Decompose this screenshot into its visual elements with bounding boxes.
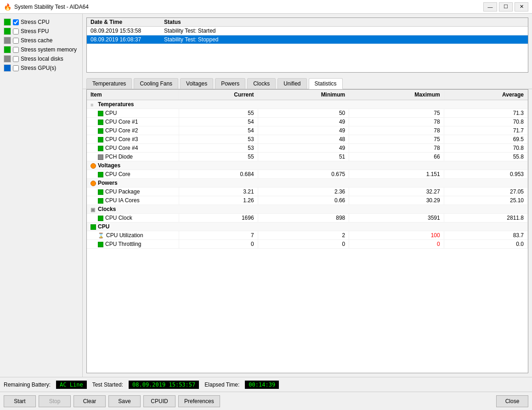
log-datetime-0: 08.09.2019 15:53:58 [91, 28, 164, 34]
stress-item-stress-fpu: Stress FPU [2, 27, 80, 36]
checkbox-stress-cache[interactable] [13, 38, 19, 44]
tab-unified[interactable]: Unified [277, 78, 306, 89]
data-row-cpu-1: CPU Throttling0000.0 [87, 240, 528, 249]
cell-maximum-clocks-0: 3591 [349, 214, 444, 222]
tab-cooling-fans[interactable]: Cooling Fans [134, 78, 178, 89]
data-row-temperatures-3: CPU Core #353487569.5 [87, 135, 528, 144]
stress-item-stress-disks: Stress local disks [2, 54, 80, 63]
battery-label: Remaining Battery: [4, 382, 51, 388]
col-minimum: Minimum [258, 90, 349, 100]
clock-icon: ▣ [91, 207, 96, 212]
green-box-icon [98, 120, 103, 125]
cell-maximum-temperatures-5: 66 [349, 153, 444, 161]
cell-maximum-temperatures-4: 78 [349, 144, 444, 153]
cell-current-cpu-0: 7 [179, 231, 258, 240]
cell-current-temperatures-3: 53 [179, 135, 258, 144]
label-stress-cache: Stress cache [21, 37, 52, 44]
tab-clocks[interactable]: Clocks [247, 78, 276, 89]
log-status-0: Stability Test: Started [164, 28, 524, 34]
start-button[interactable]: Start [4, 395, 36, 407]
cell-maximum-temperatures-0: 75 [349, 109, 444, 118]
stop-button[interactable]: Stop [39, 395, 71, 407]
stress-icon-stress-cpu [4, 18, 11, 26]
checkbox-stress-memory[interactable] [13, 47, 19, 53]
log-row-1[interactable]: 08.09.2019 16:08:37Stability Test: Stopp… [87, 35, 528, 44]
close-button[interactable]: Close [496, 395, 528, 407]
checkbox-stress-disks[interactable] [13, 56, 19, 62]
maximize-button[interactable]: ☐ [499, 2, 513, 11]
cpuid-button[interactable]: CPUID [143, 395, 175, 407]
stress-icon-stress-fpu [4, 28, 11, 35]
cell-current-clocks-0: 1696 [179, 214, 258, 222]
title-bar: 🔥 System Stability Test - AIDA64 — ☐ ✕ [0, 0, 532, 14]
log-header-datetime: Date & Time [91, 19, 164, 25]
cell-current-powers-1: 1.26 [179, 196, 258, 205]
statistics-table-area: Item Current Minimum Maximum Average ≡Te… [86, 89, 528, 373]
green-box-icon [98, 189, 103, 195]
minimize-button[interactable]: — [483, 2, 497, 11]
section-row-temperatures: ≡Temperatures [87, 100, 528, 109]
right-panel: Date & Time Status 08.09.2019 15:53:58St… [83, 14, 532, 377]
orange-circle-icon [91, 181, 96, 186]
cell-item-temperatures-5: PCH Diode [87, 153, 179, 161]
cell-current-temperatures-2: 54 [179, 126, 258, 135]
cell-minimum-temperatures-1: 49 [258, 118, 349, 126]
section-row-powers: Powers [87, 179, 528, 188]
green-box-icon [98, 242, 103, 247]
cell-average-temperatures-5: 55.8 [444, 153, 527, 161]
section-label-voltages: Voltages [87, 161, 528, 170]
test-started-value: 08.09.2019 15:53:57 [129, 381, 199, 389]
cell-average-cpu-1: 0.0 [444, 240, 527, 249]
cell-current-cpu-1: 0 [179, 240, 258, 249]
cell-item-temperatures-4: CPU Core #4 [87, 144, 179, 153]
data-row-temperatures-4: CPU Core #453497870.8 [87, 144, 528, 153]
log-datetime-1: 08.09.2019 16:08:37 [91, 36, 164, 43]
cell-minimum-powers-1: 0.66 [258, 196, 349, 205]
tab-voltages[interactable]: Voltages [180, 78, 213, 89]
cell-current-powers-0: 3.21 [179, 188, 258, 196]
green-box-icon [98, 137, 103, 142]
green-box-icon [98, 146, 103, 151]
cell-minimum-temperatures-3: 48 [258, 135, 349, 144]
cell-current-temperatures-5: 55 [179, 153, 258, 161]
log-area: Date & Time Status 08.09.2019 15:53:58St… [86, 17, 528, 73]
green-box-icon [98, 111, 103, 116]
cell-average-powers-0: 27.05 [444, 188, 527, 196]
cell-maximum-temperatures-1: 78 [349, 118, 444, 126]
tab-statistics[interactable]: Statistics [309, 78, 343, 89]
tab-powers[interactable]: Powers [215, 78, 245, 89]
cell-minimum-temperatures-0: 50 [258, 109, 349, 118]
stress-item-stress-gpu: Stress GPU(s) [2, 63, 80, 73]
data-row-temperatures-5: PCH Diode55516655.8 [87, 153, 528, 161]
green-box-icon [98, 172, 103, 177]
tab-temperatures[interactable]: Temperatures [86, 78, 132, 89]
label-stress-gpu: Stress GPU(s) [21, 65, 56, 71]
col-average: Average [444, 90, 527, 100]
data-row-temperatures-2: CPU Core #254497871.7 [87, 126, 528, 135]
cell-item-clocks-0: CPU Clock [87, 214, 179, 222]
cell-average-voltages-0: 0.953 [444, 170, 527, 179]
tabs-bar: TemperaturesCooling FansVoltagesPowersCl… [83, 76, 532, 89]
cell-average-temperatures-0: 71.3 [444, 109, 527, 118]
cell-maximum-cpu-1: 0 [349, 240, 444, 249]
col-maximum: Maximum [349, 90, 444, 100]
cell-maximum-voltages-0: 1.151 [349, 170, 444, 179]
thermometer-icon: ≡ [91, 102, 96, 108]
cell-average-temperatures-2: 71.7 [444, 126, 527, 135]
clear-button[interactable]: Clear [74, 395, 106, 407]
save-button[interactable]: Save [108, 395, 141, 407]
checkbox-stress-gpu[interactable] [13, 65, 19, 71]
log-row-0[interactable]: 08.09.2019 15:53:58Stability Test: Start… [87, 27, 528, 35]
green-box-icon [98, 128, 103, 134]
checkbox-stress-cpu[interactable] [13, 19, 19, 25]
preferences-button[interactable]: Preferences [178, 395, 220, 407]
checkbox-stress-fpu[interactable] [13, 28, 19, 34]
section-label-clocks: ▣Clocks [87, 205, 528, 214]
data-row-powers-0: CPU Package3.212.3632.2727.05 [87, 188, 528, 196]
stress-item-stress-cpu: Stress CPU [2, 17, 80, 27]
section-label-powers: Powers [87, 179, 528, 188]
section-label-temperatures: ≡Temperatures [87, 100, 528, 109]
close-window-button[interactable]: ✕ [515, 2, 528, 11]
app-icon: 🔥 [4, 3, 11, 11]
data-row-powers-1: CPU IA Cores1.260.6630.2925.10 [87, 196, 528, 205]
